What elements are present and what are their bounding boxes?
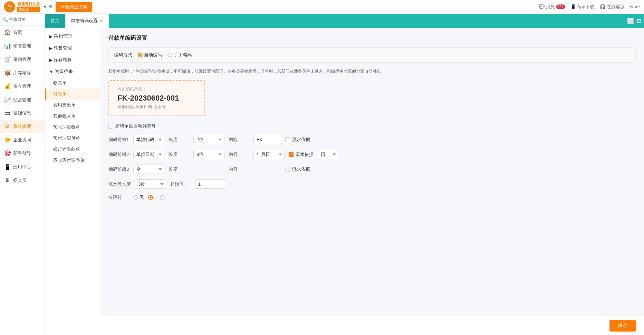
prefix2-label: 编码前缀2 (108, 151, 129, 158)
prefix2-serial-label: 流水依据 (296, 151, 314, 158)
prefix2-serial-row: ✓ 流水依据 (289, 151, 314, 158)
separator-dash-label: - (154, 195, 156, 200)
sub-item-bank[interactable]: 银行存取款单 (45, 144, 100, 155)
prefix1-serial-label: 流水依据 (292, 137, 310, 143)
content-area: 首页 单据编码设置 ✕ ⬜ ⊞ ▶ 采购管理 ▶ 销售管理 (45, 14, 644, 335)
logo-text: 畅通道好生意 旗舰版 (17, 1, 40, 12)
prefix2-length-label: 长度 (169, 151, 189, 158)
prefix3-select[interactable]: 空 (133, 165, 164, 174)
sub-item-payment[interactable]: 付款单 (45, 89, 100, 100)
topbar-nav: ▼ ⚙ (43, 4, 53, 9)
prefix1-label: 编码前缀1 (108, 137, 129, 143)
sub-item-receipt[interactable]: 收款单 (45, 77, 100, 89)
manual-encode-radio[interactable] (167, 53, 172, 57)
sub-group-inventory[interactable]: ▶ 库存核算 (45, 54, 100, 66)
sub-item-other-income[interactable]: 其他收入单 (45, 111, 100, 122)
sidebar-item-operations[interactable]: 📈 经营管理 (0, 93, 45, 106)
start-value-input[interactable] (195, 179, 226, 189)
auto-fill-checkbox[interactable] (108, 124, 113, 129)
search-icon: 🔍 (3, 17, 8, 22)
prefix2-select[interactable]: 单据日期 (133, 150, 164, 159)
separator-none-option[interactable]: 无 (133, 194, 144, 201)
serial-length-label: 流水号长度 (108, 181, 131, 187)
prefix2-length-select[interactable]: 8位 (193, 150, 224, 159)
separator-dot-radio[interactable] (160, 195, 165, 200)
prefix2-row: 编码前缀2 单据日期 长度 8位 内容 年月日 ✓ (108, 150, 636, 159)
settings-icon[interactable]: ⚙ (49, 4, 53, 9)
service-icon: 🎧 (600, 4, 605, 9)
separator-dot-option[interactable]: . (160, 195, 167, 200)
app-icon: 📱 (570, 4, 576, 9)
user-menu[interactable]: Nare (630, 4, 640, 9)
sub-group-sales[interactable]: ▶ 销售管理 (45, 42, 100, 54)
prefix1-select[interactable]: 单据代码 (133, 135, 164, 144)
prefix1-serial-row: 流水依据 (285, 137, 310, 143)
sub-item-payable-adj[interactable]: 应收应付调整单 (45, 155, 100, 166)
expand-icon-fund: ▼ (49, 69, 54, 74)
tab-serial-settings[interactable]: 单据编码设置 ✕ (65, 14, 109, 28)
prefix2-serial-checkbox[interactable]: ✓ (289, 152, 294, 157)
form-container: 付款单编码设置 编码方式 自动编码 手工编码 (100, 28, 644, 335)
separator-dash-option[interactable]: - (148, 195, 156, 200)
inventory-icon: 📦 (4, 69, 10, 76)
nav-dropdown-arrow[interactable]: ▼ (43, 4, 47, 9)
prefix3-serial-checkbox[interactable] (285, 167, 290, 172)
prefix2-content-label: 内容 (229, 151, 249, 158)
tab-home[interactable]: 首页 (45, 14, 65, 28)
manual-encode-option[interactable]: 手工编码 (167, 52, 192, 58)
prefix3-length-label: 长度 (169, 166, 189, 173)
auto-fill-row: 新增单据自动补空号 (108, 123, 636, 129)
sub-item-prepay-recv[interactable]: 预收冲应收单 (45, 122, 100, 133)
serial-length-select[interactable]: 3位 (135, 179, 166, 189)
trial-button[interactable]: 体验行业方案 (56, 2, 92, 12)
separator-none-radio[interactable] (133, 195, 138, 200)
sidebar-item-finance[interactable]: 💰 资金管理 (0, 80, 45, 93)
online-service-button[interactable]: 🎧 在线客服 (600, 4, 625, 10)
page-body: ▶ 采购管理 ▶ 销售管理 ▶ 库存核算 ▼ 资金往来 收款单 付款单 费用支出… (45, 28, 644, 335)
tabbar-collapse-btn[interactable]: ⬜ (627, 18, 634, 24)
sub-group-fund[interactable]: ▼ 资金往来 (45, 66, 100, 77)
messages-button[interactable]: 💬 消息 99+ (539, 4, 565, 10)
auto-encode-radio[interactable] (138, 53, 143, 57)
sub-item-prepay-pay[interactable]: 预付冲应付单 (45, 133, 100, 144)
app-download-button[interactable]: 📱 App下载 (570, 4, 594, 10)
prefix2-content-select[interactable]: 年月日 (253, 150, 285, 159)
prefix1-content-input[interactable] (253, 135, 281, 144)
auto-encode-option[interactable]: 自动编码 (138, 52, 162, 58)
prefix1-length-select[interactable]: 2位 (193, 135, 224, 144)
prefix1-content-label: 内容 (229, 137, 249, 143)
sidebar-item-enterprise[interactable]: 🤝 企业协同 (0, 133, 45, 147)
sidebar-item-vip[interactable]: ♛ 畅会员 (0, 174, 45, 187)
sidebar-item-app-center[interactable]: 📱 应用中心 (0, 160, 45, 174)
tabbar-expand-btn[interactable]: ⊞ (637, 18, 641, 24)
separator-dash-radio[interactable] (148, 195, 153, 200)
sidebar-item-sales[interactable]: 📊 销售管理 (0, 39, 45, 53)
operations-icon: 📈 (4, 96, 10, 103)
sidebar-item-purchase[interactable]: 🛒 采购管理 (0, 53, 45, 66)
prefix3-label: 编码前缀3 (108, 166, 129, 173)
sidebar-search[interactable]: 🔍 搜索菜单 (0, 14, 45, 26)
encoding-method-label: 编码方式 (114, 52, 132, 58)
prefix3-serial-row: 流水依据 (285, 166, 310, 173)
separator-dot-label: . (166, 195, 167, 200)
preview-label: 当前编码示例： (117, 86, 196, 92)
expand-icon: ▶ (49, 34, 52, 39)
sidebar-item-system[interactable]: ⚙ 系统管理 (0, 120, 45, 133)
sub-item-expense[interactable]: 费用支出单 (45, 100, 100, 111)
expand-icon-inventory: ▶ (49, 57, 52, 63)
sidebar-item-basic[interactable]: 🗃 基础信息 (0, 106, 45, 120)
sidebar-item-inventory[interactable]: 📦 库存核算 (0, 66, 45, 80)
prefix1-serial-checkbox[interactable] (285, 137, 290, 142)
topbar-right: 💬 消息 99+ 📱 App下载 🎧 在线客服 Nare (539, 4, 640, 10)
prefix2-serial-unit-select[interactable]: 日 (318, 150, 338, 159)
separator-label: 分隔符 (108, 194, 129, 201)
enterprise-icon: 🤝 (4, 137, 10, 143)
sidebar-item-newbie[interactable]: 🎯 新手引导 (0, 147, 45, 160)
prefix3-row: 编码前缀3 空 长度 内容 流水依据 (108, 165, 636, 174)
prefix3-serial-label: 流水依据 (292, 166, 310, 173)
auto-fill-label: 新增单据自动补空号 (115, 123, 156, 129)
sub-group-purchase[interactable]: ▶ 采购管理 (45, 30, 100, 42)
save-button[interactable]: 保存 (609, 320, 636, 332)
sidebar-item-home[interactable]: 🏠 首页 (0, 26, 45, 39)
tab-close-icon[interactable]: ✕ (100, 19, 103, 23)
